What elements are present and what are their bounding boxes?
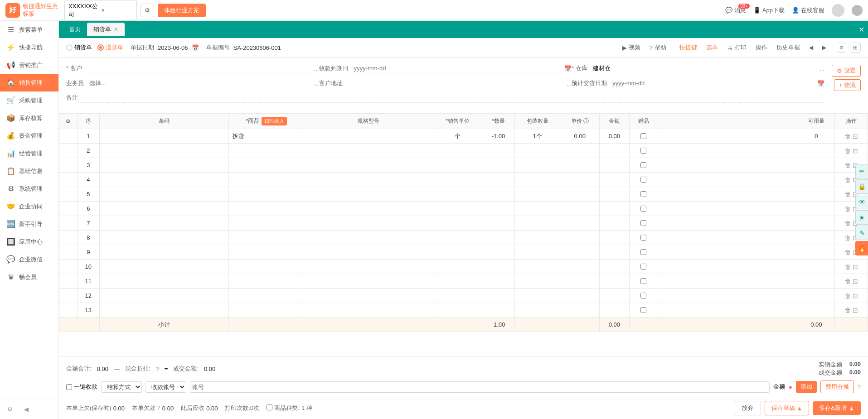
row-barcode[interactable] [99, 144, 229, 158]
row-spec[interactable] [304, 245, 433, 260]
view-grid-btn[interactable]: ⊞ [850, 43, 861, 53]
row-remark[interactable] [658, 289, 798, 303]
row-spec[interactable] [304, 260, 433, 274]
row-delete-btn[interactable]: 🗑 [844, 307, 851, 314]
row-barcode[interactable] [99, 260, 229, 274]
row-quantity[interactable] [482, 202, 514, 216]
row-delete-btn[interactable]: 🗑 [844, 147, 851, 154]
row-product[interactable] [229, 245, 304, 260]
row-quantity[interactable] [482, 187, 514, 202]
due-date-input[interactable] [352, 63, 559, 73]
row-gift[interactable] [629, 274, 658, 289]
salesperson-input[interactable] [87, 78, 310, 88]
rfloat-pencil-btn[interactable]: ✎ [855, 226, 868, 240]
row-delete-btn[interactable]: 🗑 [844, 278, 851, 285]
pay-account-input[interactable] [190, 381, 770, 393]
row-product[interactable] [229, 216, 304, 231]
row-delete-btn[interactable]: 🗑 [844, 220, 851, 227]
row-quantity[interactable] [482, 289, 514, 303]
salesperson-picker-btn[interactable]: ... [314, 80, 319, 87]
row-copy-btn[interactable]: ⊡ [853, 278, 858, 285]
row-gift[interactable] [629, 158, 658, 173]
row-gift[interactable] [629, 173, 658, 187]
settings-gear-button[interactable]: ⚙ [141, 4, 154, 17]
th-settings[interactable]: ⚙ [59, 114, 78, 129]
trial-button[interactable]: 体验行业方案 [158, 4, 206, 17]
row-copy-btn[interactable]: ⊡ [853, 263, 858, 270]
row-remark[interactable] [658, 274, 798, 289]
row-barcode[interactable] [99, 129, 229, 144]
row-remark[interactable] [658, 173, 798, 187]
row-remark[interactable] [658, 187, 798, 202]
row-remark[interactable] [658, 202, 798, 216]
row-barcode[interactable] [99, 289, 229, 303]
row-delete-btn[interactable]: 🗑 [844, 205, 851, 212]
row-unit-price[interactable] [560, 231, 600, 245]
tab-close-all[interactable]: ✕ [858, 25, 864, 34]
help-btn[interactable]: ? 帮助 [647, 42, 669, 53]
row-delete-btn[interactable]: 🗑 [844, 234, 851, 241]
row-spec[interactable] [304, 289, 433, 303]
rfloat-fire-btn[interactable]: 🔥 [855, 241, 868, 255]
row-unit-price[interactable] [560, 274, 600, 289]
messages-button[interactable]: 💬 消息 99+ [725, 6, 746, 14]
row-barcode[interactable] [99, 216, 229, 231]
row-unit-price[interactable] [560, 187, 600, 202]
print-btn[interactable]: 🖨 打印 [724, 42, 749, 53]
row-delete-btn[interactable]: 🗑 [844, 176, 851, 183]
row-unit-price[interactable] [560, 144, 600, 158]
remarks-input[interactable] [78, 93, 824, 103]
company-selector[interactable]: XXXXXX公司 ▾ [64, 0, 137, 21]
row-unit-price[interactable] [560, 202, 600, 216]
row-remark[interactable] [658, 129, 798, 144]
sidebar-item-guide[interactable]: 🆕 新手引导 [0, 215, 58, 233]
row-copy-btn[interactable]: ⊡ [853, 307, 858, 314]
rfloat-lock-btn[interactable]: 🔒 [855, 179, 868, 194]
row-quantity[interactable] [482, 260, 514, 274]
row-gift[interactable] [629, 187, 658, 202]
app-download-button[interactable]: 📱 App下载 [753, 6, 785, 14]
pay-method-select[interactable]: 结算方式 [101, 381, 142, 393]
add-payment-icon[interactable]: ● [789, 384, 792, 390]
row-product[interactable] [229, 173, 304, 187]
sidebar-item-wechat[interactable]: 💬 企业微信 [0, 250, 58, 268]
payment-help-icon[interactable]: ? [858, 384, 861, 390]
sidebar-item-purchase[interactable]: 🛒 采购管理 [0, 92, 58, 109]
row-quantity[interactable] [482, 274, 514, 289]
row-remark[interactable] [658, 144, 798, 158]
row-barcode[interactable] [99, 202, 229, 216]
video-btn[interactable]: ▶ 视频 [620, 42, 643, 53]
user-avatar-extra[interactable] [852, 5, 863, 16]
row-product[interactable] [229, 187, 304, 202]
row-spec[interactable] [304, 187, 433, 202]
row-product[interactable]: 拆货 [229, 129, 304, 144]
sidebar-settings-btn[interactable]: ⚙ [4, 403, 16, 415]
one-click-pay-checkbox[interactable] [66, 384, 72, 390]
row-quantity[interactable] [482, 245, 514, 260]
row-spec[interactable] [304, 173, 433, 187]
row-spec[interactable] [304, 202, 433, 216]
save-draft-button[interactable]: 保存草稿 ▲ [765, 401, 810, 415]
nav-next-btn[interactable]: ▶ [820, 43, 829, 53]
row-remark[interactable] [658, 303, 798, 318]
row-barcode[interactable] [99, 187, 229, 202]
row-unit-price[interactable] [560, 158, 600, 173]
row-remark[interactable] [658, 216, 798, 231]
row-gift[interactable] [629, 231, 658, 245]
row-barcode[interactable] [99, 158, 229, 173]
product-type-checkbox[interactable] [267, 405, 272, 412]
balance2-help-icon[interactable]: ? [157, 405, 160, 411]
row-unit-price[interactable] [560, 173, 600, 187]
tab-sales-order[interactable]: 销货单 ✕ [87, 23, 125, 36]
row-product[interactable] [229, 260, 304, 274]
discard-button[interactable]: 放弃 [734, 401, 761, 415]
customer-address-input[interactable] [346, 78, 563, 88]
tab-close-button[interactable]: ✕ [114, 26, 118, 33]
row-delete-btn[interactable]: 🗑 [844, 133, 851, 140]
expected-date-calendar-icon[interactable]: 📅 [817, 80, 824, 87]
row-delete-btn[interactable]: 🗑 [844, 191, 851, 198]
row-spec[interactable] [304, 274, 433, 289]
row-unit-price[interactable] [560, 216, 600, 231]
row-remark[interactable] [658, 260, 798, 274]
rfloat-edit-btn[interactable]: ✏ [855, 164, 868, 178]
